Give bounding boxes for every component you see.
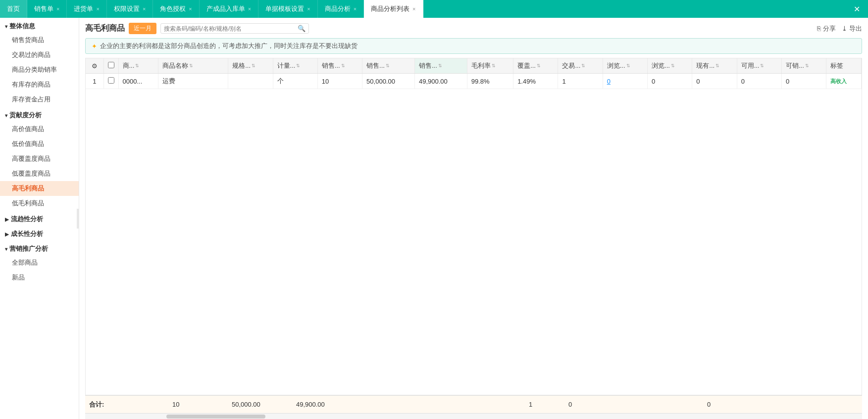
nav-product-inbound[interactable]: 产成品入库单 ×: [200, 0, 258, 18]
search-input[interactable]: [164, 25, 296, 32]
export-button[interactable]: ⤓ 导出: [842, 24, 862, 33]
sidebar-group-trend[interactable]: ▶ 流趋性分析: [0, 211, 79, 226]
settings-icon[interactable]: ⚙: [92, 62, 98, 70]
sidebar-item-high-value[interactable]: 高价值商品: [0, 122, 79, 137]
sidebar-group-overview[interactable]: ▾ 整体信息: [0, 18, 79, 33]
close-sales-icon[interactable]: ×: [56, 6, 59, 12]
sidebar-group-marketing[interactable]: ▾ 营销推广分析: [0, 240, 79, 255]
row-code: 0000...: [118, 74, 158, 89]
notice-text: 企业的主要的利润都是这部分商品创造的，可考虑加大推广，同时关注库存是不要出现缺货: [100, 42, 357, 50]
row-available: 0: [737, 74, 781, 89]
row-sellable: 0: [781, 74, 826, 89]
col-code[interactable]: 商... ⇅: [118, 58, 158, 74]
sidebar-item-high-coverage[interactable]: 高覆盖度商品: [0, 151, 79, 166]
col-sales2[interactable]: 销售... ⇅: [362, 58, 415, 74]
footer-sales3: 49,900.00: [292, 401, 357, 408]
table-container[interactable]: ⚙ 商... ⇅ 商品名称: [85, 58, 862, 395]
footer-spacer2: [624, 401, 703, 408]
bottom-scrollbar[interactable]: [85, 413, 862, 419]
sidebar-item-traded-goods[interactable]: 交易过的商品: [0, 47, 79, 62]
col-margin[interactable]: 毛利率 ⇅: [467, 58, 513, 74]
row-browse1[interactable]: 0: [603, 74, 647, 89]
filter-button[interactable]: 近一月: [129, 23, 156, 34]
col-browse2[interactable]: 浏览... ⇅: [648, 58, 692, 74]
sidebar-item-low-coverage[interactable]: 低覆盖度商品: [0, 166, 79, 181]
nav-analysis-list[interactable]: 商品分析列表 ×: [364, 0, 423, 18]
close-analysis-list-icon[interactable]: ×: [412, 6, 415, 12]
col-sellable[interactable]: 可销... ⇅: [781, 58, 826, 74]
row-margin: 99.8%: [467, 74, 513, 89]
col-browse1[interactable]: 浏览... ⇅: [603, 58, 647, 74]
close-template-icon[interactable]: ×: [307, 6, 310, 12]
close-product-inbound-icon[interactable]: ×: [248, 6, 251, 12]
footer-browse: 0: [564, 401, 624, 408]
sidebar-collapse-button[interactable]: «: [77, 209, 79, 229]
row-name: 运费: [158, 74, 228, 89]
close-purchase-icon[interactable]: ×: [96, 6, 99, 12]
nav-role[interactable]: 角色授权 ×: [153, 0, 199, 18]
close-role-icon[interactable]: ×: [189, 6, 192, 12]
col-checkbox[interactable]: [103, 58, 118, 74]
col-available[interactable]: 可用... ⇅: [737, 58, 781, 74]
sort-icon-code: ⇅: [135, 63, 139, 68]
nav-purchase[interactable]: 进货单 ×: [67, 0, 106, 18]
sidebar-item-sales-goods[interactable]: 销售货商品: [0, 33, 79, 47]
col-coverage[interactable]: 覆盖... ⇅: [513, 58, 558, 74]
sort-icon-browse2: ⇅: [671, 63, 675, 68]
nav-sales[interactable]: 销售单 ×: [27, 0, 67, 18]
data-table: ⚙ 商... ⇅ 商品名称: [86, 58, 862, 89]
sidebar-item-stock-capital[interactable]: 库存资金占用: [0, 92, 79, 107]
nav-home[interactable]: 首页: [0, 0, 27, 18]
search-icon[interactable]: 🔍: [298, 25, 306, 32]
table-row: 1 0000... 运费: [86, 74, 862, 89]
row-unit: 个: [273, 74, 317, 89]
sidebar-item-low-margin[interactable]: 低毛利商品: [0, 196, 79, 211]
sidebar-item-new-goods[interactable]: 新品: [0, 270, 79, 285]
footer-label: 合计:: [89, 400, 168, 409]
sidebar-item-all-goods[interactable]: 全部商品: [0, 255, 79, 270]
col-trade[interactable]: 交易... ⇅: [558, 58, 603, 74]
sidebar-item-low-value[interactable]: 低价值商品: [0, 137, 79, 151]
scrollbar-thumb[interactable]: [166, 415, 265, 419]
row-trade: 1: [558, 74, 603, 89]
group-arrow-trend: ▶: [5, 217, 9, 222]
col-current[interactable]: 现有... ⇅: [692, 58, 737, 74]
footer-total: 合计: 10 50,000.00 49,900.00 1 0 0: [85, 395, 862, 413]
nav-analysis[interactable]: 商品分析 ×: [318, 0, 364, 18]
row-current: 0: [692, 74, 737, 89]
select-all-checkbox[interactable]: [108, 62, 114, 68]
sort-icon-current: ⇅: [715, 63, 719, 68]
sidebar-item-high-margin[interactable]: 高毛利商品: [0, 181, 79, 196]
sort-icon-sales2: ⇅: [386, 63, 390, 68]
close-permission-icon[interactable]: ×: [143, 6, 146, 12]
row-check[interactable]: [103, 74, 118, 89]
col-unit[interactable]: 计量... ⇅: [273, 58, 317, 74]
row-browse2: 0: [648, 74, 692, 89]
col-tag[interactable]: 标签: [826, 58, 862, 74]
page-title: 高毛利商品: [85, 23, 125, 34]
share-button[interactable]: ⎘ 分享: [817, 24, 836, 33]
row-sales1: 10: [317, 74, 362, 89]
sort-icon-spec: ⇅: [252, 63, 255, 68]
col-sales1[interactable]: 销售... ⇅: [317, 58, 362, 74]
notice-icon: ✦: [92, 43, 97, 50]
header-actions: ⎘ 分享 ⤓ 导出: [817, 24, 862, 33]
nav-template[interactable]: 单据模板设置 ×: [258, 0, 317, 18]
col-spec[interactable]: 规格... ⇅: [228, 58, 273, 74]
col-name[interactable]: 商品名称 ⇅: [158, 58, 228, 74]
col-settings[interactable]: ⚙: [86, 58, 103, 74]
group-arrow-growth: ▶: [5, 232, 9, 237]
sidebar-item-category-rate[interactable]: 商品分类助销率: [0, 62, 79, 77]
sidebar-group-contribution[interactable]: ▾ 贡献度分析: [0, 107, 79, 122]
row-checkbox[interactable]: [108, 77, 114, 84]
sort-icon-sales1: ⇅: [341, 63, 345, 68]
nav-permission[interactable]: 权限设置 ×: [107, 0, 153, 18]
col-sales3[interactable]: 销售... ⇅: [414, 58, 467, 74]
sidebar-item-in-stock[interactable]: 有库存的商品: [0, 77, 79, 92]
footer-available: 0: [703, 401, 743, 408]
sort-icon-sales3: ⇅: [438, 63, 442, 68]
group-arrow-marketing: ▾: [5, 246, 7, 252]
window-close-button[interactable]: ✕: [845, 0, 868, 18]
close-analysis-icon[interactable]: ×: [354, 6, 357, 12]
sidebar-group-growth[interactable]: ▶ 成长性分析: [0, 226, 79, 240]
